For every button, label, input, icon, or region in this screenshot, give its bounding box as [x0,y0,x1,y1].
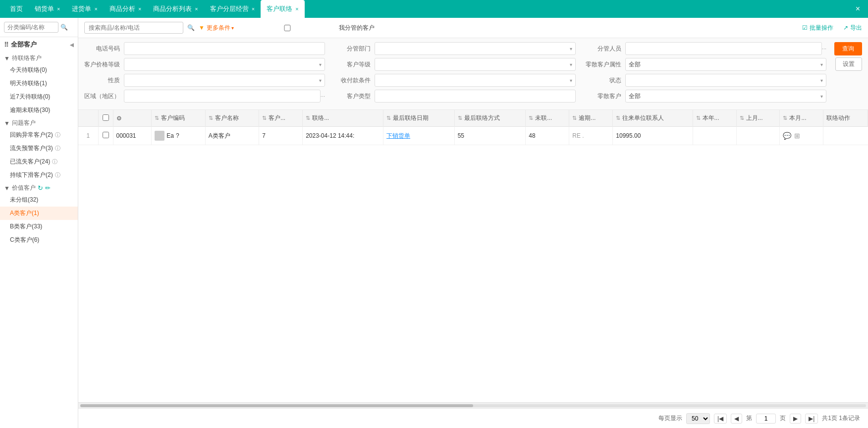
sidebar-item-overdue-contact[interactable]: 逾期未联络(30) [0,104,78,117]
close-customer-segmentation-icon[interactable]: × [252,6,255,12]
sidebar-item-ungrouped[interactable]: 未分组(32) [0,193,78,207]
sidebar-item-repurchase-abnormal[interactable]: 回购异常客户(2) ⓘ [0,128,78,142]
scrollbar-thumb[interactable] [80,404,473,407]
close-sales-order-icon[interactable]: × [57,6,60,12]
sidebar-item-today-contact[interactable]: 今天待联络(0) [0,63,78,77]
col-last-contact-method[interactable]: ⇅最后联络方式 [454,110,526,127]
close-all-tabs-button[interactable]: × [852,4,864,13]
col-settings[interactable]: ⚙ [113,110,152,127]
customer-level-select-arrow-icon: ▾ [570,62,572,67]
page-number-input[interactable] [756,414,776,424]
payment-select[interactable]: ▾ [375,74,576,87]
row-checkbox[interactable] [103,132,109,138]
data-table-container: ⚙ ⇅客户编码 ⇅客户名称 ⇅客户... ⇅联络... ⇅最后联络日期 ⇅最后联… [78,110,868,402]
col-company-contact[interactable]: ⇅往来单位联系人 [613,110,693,127]
region-input[interactable] [124,90,321,103]
sidebar: 🔍 ⠿ 全部客户 ◀ ▼ 待联络客户 今天待联络(0) 明天待联络(1) 近7天… [0,18,78,428]
all-customers-header[interactable]: ⠿ 全部客户 ◀ [0,37,78,52]
phone-input[interactable] [124,42,325,55]
cell-this-month [736,127,780,145]
cell-index: 1 [78,127,98,145]
col-last-contact-date[interactable]: ⇅最后联络日期 [383,110,455,127]
filter-cell-customer-type: 客户类型 [335,90,576,103]
cell-last-contact-method: 下销货单 [383,127,455,145]
price-level-select[interactable]: ▾ [124,58,325,71]
nav-product-analysis[interactable]: 商品分析 × [104,0,147,18]
sidebar-item-class-c[interactable]: C类客户(6) [0,233,78,247]
next-page-button[interactable]: ▶ [790,414,801,424]
query-button[interactable]: 查询 [834,42,862,55]
query-action-buttons: 查询 设置 [834,42,862,106]
cell-last-month [693,127,736,145]
info-churn-warning-icon: ⓘ [55,145,60,152]
last-page-button[interactable]: ▶| [805,414,818,424]
retail-customer-select[interactable]: 全部 ▾ [625,90,826,103]
retail-attr-select[interactable]: 全部 ▾ [625,58,826,71]
last-contact-method-link[interactable]: 下销货单 [386,132,410,139]
col-no-contact[interactable]: ⇅未联... [526,110,569,127]
close-product-analysis-icon[interactable]: × [138,6,141,12]
region-more-icon[interactable]: ··· [321,93,325,99]
export-button[interactable]: ↗ 导出 [843,24,862,32]
close-purchase-order-icon[interactable]: × [94,6,97,12]
per-page-select[interactable]: 50 [686,413,710,424]
region-label: 区域（地区） [84,92,124,101]
customer-type-input[interactable] [375,90,576,103]
nav-customer-segmentation[interactable]: 客户分层经营 × [204,0,261,18]
pending-contact-group-label[interactable]: ▼ 待联络客户 [0,52,78,63]
col-last-month[interactable]: ⇅上月... [736,110,780,127]
col-contact[interactable]: ⇅联络... [303,110,383,127]
sidebar-item-churned[interactable]: 已流失客户(24) ⓘ [0,155,78,168]
status-select[interactable]: ▾ [625,74,826,87]
person-more-icon[interactable]: ··· [822,46,826,52]
nav-purchase-order[interactable]: 进货单 × [66,0,103,18]
filter-cell-status: 状态 ▾ [586,74,826,87]
grid-action-icon[interactable]: ⊞ [794,132,800,140]
col-this-month[interactable]: ⇅本月... [780,110,823,127]
problem-customers-group-label[interactable]: ▼ 问题客户 [0,117,78,128]
dept-select-arrow-icon: ▾ [570,46,572,52]
more-conditions-button[interactable]: ▼ 更多条件 ▾ [199,24,234,32]
table-row: 1 000031 Ea ? A类客户 7 2023-04-12 14 [78,127,868,145]
search-input[interactable] [84,22,183,34]
prev-page-button[interactable]: ◀ [731,414,742,424]
nature-select[interactable]: ▾ [124,74,325,87]
nav-sales-order[interactable]: 销货单 × [29,0,66,18]
close-customer-contact-icon[interactable]: × [295,6,298,12]
sidebar-item-class-b[interactable]: B类客户(33) [0,220,78,233]
sidebar-search-icon[interactable]: 🔍 [60,24,68,31]
select-all-checkbox[interactable] [103,114,109,121]
settings-button[interactable]: 设置 [835,57,862,71]
sidebar-search-input[interactable] [4,22,58,33]
filter-search-icon[interactable]: 🔍 [187,24,195,31]
sidebar-item-week-contact[interactable]: 近7天待联络(0) [0,90,78,104]
close-product-analysis-list-icon[interactable]: × [195,6,198,12]
col-type[interactable]: ⇅客户... [259,110,303,127]
col-checkbox [98,110,113,127]
col-overdue[interactable]: ⇅逾期... [569,110,613,127]
nav-customer-contact[interactable]: 客户联络 × [261,0,304,18]
value-customers-group-label[interactable]: ▼ 价值客户 ↻ ✏ [0,182,78,193]
scrollbar-track [80,404,866,407]
col-this-year[interactable]: ⇅本年... [693,110,736,127]
sidebar-item-class-a[interactable]: A类客户(1) [0,207,78,220]
status-label: 状态 [586,76,625,85]
col-code[interactable]: ⇅客户编码 [152,110,205,127]
customer-level-select[interactable]: ▾ [375,58,576,71]
sidebar-item-churn-warning[interactable]: 流失预警客户(3) ⓘ [0,142,78,155]
sidebar-item-tomorrow-contact[interactable]: 明天待联络(1) [0,77,78,90]
sidebar-item-declining[interactable]: 持续下滑客户(2) ⓘ [0,168,78,182]
dept-select[interactable]: ▾ [375,42,576,55]
nav-product-analysis-list[interactable]: 商品分析列表 × [147,0,204,18]
first-page-button[interactable]: |◀ [714,414,727,424]
nav-home[interactable]: 首页 [4,0,29,18]
refresh-value-icon[interactable]: ↻ [38,184,43,192]
horizontal-scrollbar[interactable] [78,402,868,408]
col-name[interactable]: ⇅客户名称 [205,110,259,127]
person-input[interactable] [625,42,822,55]
batch-operations-button[interactable]: ☑ 批量操作 [802,24,833,32]
cell-action: 💬 ⊞ [780,127,823,145]
edit-value-icon[interactable]: ✏ [45,184,51,192]
my-customers-checkbox[interactable] [238,25,337,31]
chat-action-icon[interactable]: 💬 [783,132,791,140]
